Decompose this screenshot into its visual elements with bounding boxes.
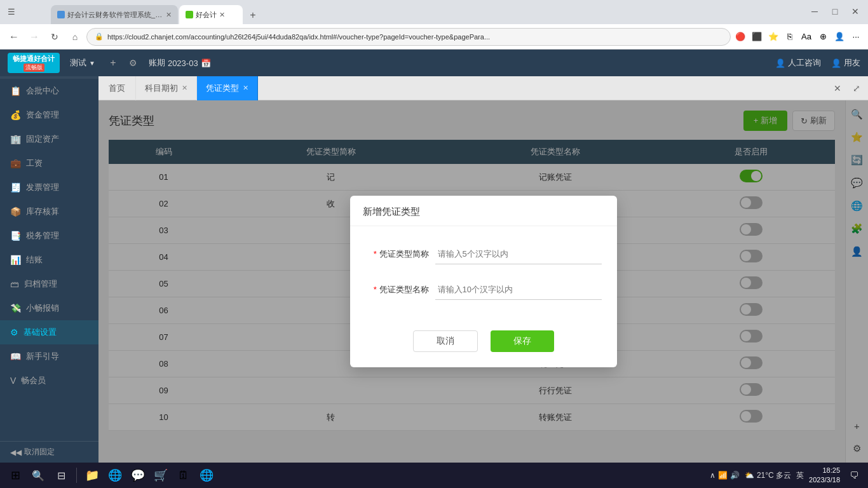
sidebar-item-guide[interactable]: 📖 新手引导 [0,344,98,369]
period-label: 账期 [149,57,165,69]
language-indicator[interactable]: 英 [796,470,804,481]
tab1-favicon [57,11,65,18]
save-button[interactable]: 保存 [491,330,554,352]
tab-home[interactable]: 首页 [98,76,136,100]
company-selector[interactable]: 测试 ▼ [65,55,100,71]
sidebar-item-dashboard[interactable]: 📋 会批中心 [0,79,98,103]
taskbar-chrome[interactable]: 🌐 [105,465,125,485]
tab-subject-period[interactable]: 科目期初 ✕ [136,76,197,100]
consult-label: 人工咨询 [788,57,821,69]
sidebar: 📋 会批中心 💰 资金管理 🏢 固定资产 💼 工资 🧾 发票管理 [0,76,98,463]
sidebar-item-payroll[interactable]: 💼 工资 [0,151,98,175]
time-display: 18:25 [822,466,840,475]
tax-label: 税务管理 [26,230,59,241]
fixed-assets-label: 固定资产 [26,133,59,145]
taskbar-photos[interactable]: 🗓 [173,465,194,485]
settings-button[interactable]: ⚙ [126,55,141,71]
sidebar-item-member[interactable]: V 畅会员 [0,369,98,393]
sidebar-item-invoices[interactable]: 🧾 发票管理 [0,175,98,200]
funds-icon: 💰 [10,110,21,120]
home-button[interactable]: ⌂ [66,28,84,46]
name-label: * 凭证类型名称 [365,284,429,295]
cancel-button[interactable]: 取消 [413,330,478,352]
tab1-label: 好会计云财务软件管理系统_会计 [67,10,163,20]
consult-button[interactable]: 👤 人工咨询 [775,57,821,69]
search-taskbar-button[interactable]: 🔍 [28,465,48,485]
tab2-close[interactable]: ✕ [219,11,225,19]
add-company-button[interactable]: + [105,55,121,71]
app-logo: 畅捷通好合计 流畅版 [8,53,60,73]
address-input-wrapper[interactable]: 🔒 https://cloud2.chanjet.com/accounting/… [86,28,731,46]
taskbar-store[interactable]: 🛒 [151,465,171,485]
settlement-label: 结账 [26,254,43,266]
browser-tab-active[interactable]: 好会计 ✕ [179,5,243,24]
name-input[interactable] [435,280,602,300]
weather-text: 21°C 多云 [757,470,791,481]
taskbar: ⊞ 🔍 ⊟ 📁 🌐 💬 🛒 🗓 🌐 ∧ 📶 🔊 ⛅ 21°C 多云 英 18:2… [0,463,868,488]
ext-icon-4[interactable]: ⎘ [783,30,797,44]
date-display: 2023/3/18 [809,475,840,485]
user-name: 用友 [844,57,860,69]
ext-icon-6[interactable]: ⊕ [816,30,830,44]
taskbar-edge[interactable]: 🌐 [196,465,217,485]
ext-icon-7[interactable]: 👤 [832,30,846,44]
tax-icon: 📑 [10,231,21,241]
tab-voucher-type[interactable]: 凭证类型 ✕ [197,76,258,100]
sidebar-item-settings[interactable]: ⚙ 基础设置 [0,320,98,344]
weather-info: ⛅ 21°C 多云 [745,470,791,481]
modal-footer: 取消 保存 [350,325,617,367]
sidebar-item-fixed-assets[interactable]: 🏢 固定资产 [0,127,98,151]
company-dropdown-icon: ▼ [89,60,95,67]
sidebar-item-tax[interactable]: 📑 税务管理 [0,224,98,248]
company-name: 测试 [70,57,86,69]
abbr-input[interactable] [435,244,602,264]
notification-button[interactable]: 🗨 [845,466,863,484]
sidebar-item-settlement[interactable]: 📊 结账 [0,248,98,272]
minimize-button[interactable]: ─ [807,4,822,19]
modal-title: 新增凭证类型 [363,206,604,218]
forward-button[interactable]: → [25,28,43,46]
logo-main-text: 畅捷通好合计 [13,54,55,64]
sidebar-icon[interactable]: ☰ [5,5,18,18]
tab-collapse-button[interactable]: ✕ [829,79,846,97]
ext-icon-3[interactable]: ⭐ [766,30,780,44]
cancel-fixed-button[interactable]: ◀◀ 取消固定 [0,441,98,463]
expense-label: 小畅报销 [26,302,59,314]
ext-icon-1[interactable]: 🔴 [733,30,747,44]
taskbar-file-explorer[interactable]: 📁 [82,465,102,485]
sidebar-item-inventory[interactable]: 📦 库存核算 [0,200,98,224]
maximize-button[interactable]: □ [827,4,843,19]
name-form-row: * 凭证类型名称 [365,280,602,300]
archive-label: 归档管理 [24,278,57,290]
system-tray[interactable]: ∧ 📶 🔊 [710,471,740,480]
inventory-label: 库存核算 [26,206,59,217]
new-tab-button[interactable]: + [244,6,262,24]
abbr-label: * 凭证类型简称 [365,248,429,260]
browser-tab-inactive[interactable]: 好会计云财务软件管理系统_会计 ✕ [51,5,178,24]
user-button[interactable]: 👤 用友 [831,57,860,69]
taskbar-wechat[interactable]: 💬 [128,465,148,485]
back-button[interactable]: ← [5,28,23,46]
sidebar-item-expense[interactable]: 💸 小畅报销 [0,296,98,320]
sidebar-item-archive[interactable]: 🗃 归档管理 [0,272,98,296]
start-button[interactable]: ⊞ [5,465,25,485]
tab-voucher-close[interactable]: ✕ [243,84,248,92]
browser-tab-bar: ☰ 好会计云财务软件管理系统_会计 ✕ 好会计 ✕ + ─ □ ✕ [0,0,868,24]
payroll-label: 工资 [26,158,43,169]
tab-subject-close[interactable]: ✕ [182,84,187,92]
ext-icon-2[interactable]: ⬛ [750,30,764,44]
tab1-close[interactable]: ✕ [166,11,172,19]
ext-icon-5[interactable]: Aa [799,30,813,44]
guide-label: 新手引导 [26,351,59,362]
cancel-fixed-icon: ◀◀ [10,448,22,457]
time-date[interactable]: 18:25 2023/3/18 [809,466,840,485]
sidebar-item-funds[interactable]: 💰 资金管理 [0,103,98,127]
more-button[interactable]: ··· [849,30,863,44]
close-button[interactable]: ✕ [848,4,863,19]
modal-body: * 凭证类型简称 * 凭证类型名称 [350,226,617,325]
tab-expand-button[interactable]: ⤢ [848,79,865,97]
member-icon: V [10,376,16,386]
calendar-icon[interactable]: 📅 [201,58,211,68]
reload-button[interactable]: ↻ [46,28,64,46]
task-view-button[interactable]: ⊟ [51,465,71,485]
